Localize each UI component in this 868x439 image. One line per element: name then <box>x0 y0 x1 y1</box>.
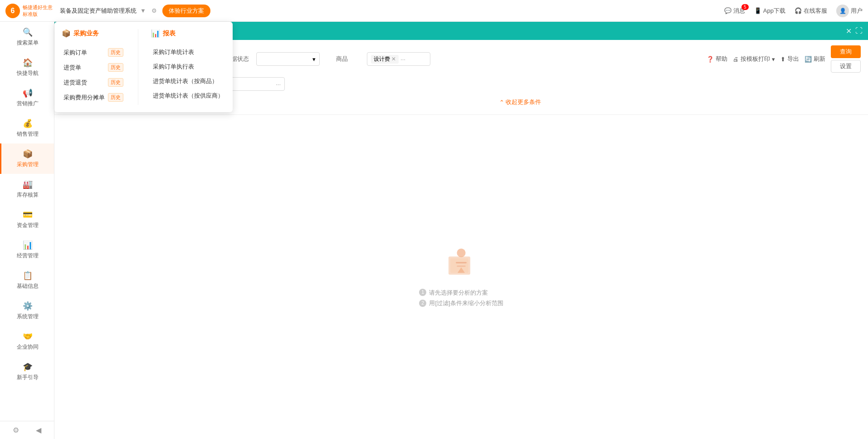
operation-icon: 📊 <box>23 240 33 250</box>
svg-point-4 <box>457 248 465 257</box>
report-section: 📊 报表 采购订单统计表 采购订单执行表 进货单统计表（按商品） 进货单统计表（… <box>151 29 225 105</box>
refresh-icon: 🔄 <box>805 56 812 63</box>
collapse-up-icon: ⌃ <box>499 99 504 106</box>
report-section-icon: 📊 <box>151 29 160 38</box>
app-download-btn[interactable]: 📱 App下载 <box>754 7 785 15</box>
help-icon: ❓ <box>707 56 714 63</box>
refresh-btn[interactable]: 🔄 刷新 <box>805 55 825 63</box>
purchase-section-icon: 📦 <box>62 29 71 38</box>
settings-button[interactable]: 设置 <box>831 60 861 73</box>
toolbar-right: ❓ 帮助 🖨 按模板打印 ▾ ⬆ 导出 🔄 <box>707 45 861 73</box>
purchase-icon: 📦 <box>23 149 33 159</box>
system-title-area: 装备及固定资产辅助管理系统 ▼ ⚙ 体验行业方案 <box>60 5 724 17</box>
sidebar-item-newbie[interactable]: 🎓 新手引导 <box>0 356 54 387</box>
sidebar-item-sales[interactable]: 💰 销售管理 <box>0 113 54 143</box>
svg-rect-6 <box>457 266 465 266</box>
doc-status-select[interactable]: ▾ <box>256 52 320 66</box>
menu-item-purchase-order-exec[interactable]: 采购订单执行表 <box>151 59 225 74</box>
print-btn[interactable]: 🖨 按模板打印 ▾ <box>733 55 775 63</box>
export-btn[interactable]: ⬆ 导出 <box>780 55 799 63</box>
goods-label: 商品 <box>336 55 361 63</box>
headset-icon: 🎧 <box>795 7 802 14</box>
message-icon: 💬 <box>724 7 731 14</box>
experience-button[interactable]: 体验行业方案 <box>162 5 210 17</box>
tab-bar-right: ✕ ⛶ <box>846 22 868 40</box>
tab-close-all-icon[interactable]: ✕ <box>846 27 852 35</box>
phone-icon: 📱 <box>754 7 761 14</box>
search-icon: 🔍 <box>23 27 33 37</box>
menu-divider <box>138 29 138 105</box>
empty-state: 1 请先选择要分析的方案 2 用[过滤]条件来缩小分析范围 <box>54 115 868 439</box>
home-icon: 🏠 <box>23 58 33 68</box>
system-icon: ⚙️ <box>23 301 33 311</box>
sidebar-item-operation[interactable]: 📊 经营管理 <box>0 235 54 265</box>
sidebar-item-quick-nav[interactable]: 🏠 快捷导航 <box>0 52 54 83</box>
empty-tip-1: 1 请先选择要分析的方案 <box>419 287 503 298</box>
system-title: 装备及固定资产辅助管理系统 <box>60 7 137 15</box>
sidebar-item-search[interactable]: 🔍 搜索菜单 <box>0 22 54 52</box>
online-service-btn[interactable]: 🎧 在线客服 <box>795 7 827 15</box>
query-button[interactable]: 查询 <box>831 45 861 58</box>
purchase-dropdown-menu: 📦 采购业务 采购订单 历史 进货单 历史 进货退货 历史 采购费用分摊单 历史… <box>54 22 233 112</box>
history-badge-3: 历史 <box>108 93 123 102</box>
menu-item-purchase-order-stat[interactable]: 采购订单统计表 <box>151 45 225 59</box>
sidebar-item-basic[interactable]: 📋 基础信息 <box>0 265 54 296</box>
sidebar-item-inventory[interactable]: 🏭 库存核算 <box>0 174 54 204</box>
tab-expand-icon[interactable]: ⛶ <box>855 27 863 35</box>
sidebar-item-purchase[interactable]: 📦 采购管理 <box>0 143 54 174</box>
help-btn[interactable]: ❓ 帮助 <box>707 55 727 63</box>
sidebar: 🔍 搜索菜单 🏠 快捷导航 📢 营销推广 💰 销售管理 📦 采购管理 🏭 库存核… <box>0 22 54 439</box>
logo-text: 畅捷通好生意 标准版 <box>23 4 53 17</box>
svg-text:6: 6 <box>11 7 15 15</box>
empty-illustration <box>443 246 479 282</box>
user-avatar: 👤 <box>836 5 849 17</box>
collapse-btn[interactable]: ⌃ 收起更多条件 <box>499 98 541 106</box>
inventory-icon: 🏭 <box>23 179 33 189</box>
history-badge-2: 历史 <box>108 78 123 87</box>
user-btn[interactable]: 👤 用户 <box>836 5 863 17</box>
sidebar-item-marketing[interactable]: 📢 营销推广 <box>0 83 54 113</box>
marketing-icon: 📢 <box>23 88 33 98</box>
message-btn[interactable]: 💬 消息 5 <box>724 7 745 15</box>
goods-tag-close[interactable]: ✕ <box>391 56 396 62</box>
menu-item-purchase-order[interactable]: 采购订单 历史 <box>62 45 125 60</box>
message-badge: 5 <box>741 4 749 10</box>
menu-item-return[interactable]: 进货退货 历史 <box>62 75 125 90</box>
sidebar-item-system[interactable]: ⚙️ 系统管理 <box>0 296 54 326</box>
svg-rect-5 <box>456 262 467 263</box>
goods-tag: 设计费 ✕ <box>371 55 399 64</box>
report-section-title: 📊 报表 <box>151 29 225 40</box>
menu-item-incoming[interactable]: 进货单 历史 <box>62 60 125 75</box>
menu-item-incoming-stat-supplier[interactable]: 进货单统计表（按供应商） <box>151 89 225 103</box>
sidebar-collapse-btn[interactable]: ◀ <box>36 426 41 434</box>
menu-item-expense[interactable]: 采购费用分摊单 历史 <box>62 90 125 105</box>
chevron-down-icon: ▾ <box>312 56 316 63</box>
sidebar-settings-btn[interactable]: ⚙ <box>13 426 19 434</box>
menu-item-incoming-stat-goods[interactable]: 进货单统计表（按商品） <box>151 74 225 89</box>
sidebar-item-enterprise[interactable]: 🤝 企业协同 <box>0 326 54 356</box>
finance-icon: 💳 <box>23 210 33 220</box>
system-title-dropdown-icon[interactable]: ▼ <box>140 7 146 14</box>
goods-select[interactable]: 设计费 ✕ ··· <box>367 52 430 66</box>
history-badge-0: 历史 <box>108 48 123 57</box>
sidebar-bottom: ⚙ ◀ <box>0 421 54 439</box>
basic-icon: 📋 <box>23 271 33 281</box>
more-dots-goods: ··· <box>400 56 405 63</box>
newbie-icon: 🎓 <box>23 362 33 372</box>
empty-tips: 1 请先选择要分析的方案 2 用[过滤]条件来缩小分析范围 <box>419 287 503 309</box>
purchase-section: 📦 采购业务 采购订单 历史 进货单 历史 进货退货 历史 采购费用分摊单 历史 <box>62 29 125 105</box>
top-right: 💬 消息 5 📱 App下载 🎧 在线客服 👤 用户 <box>724 5 863 17</box>
print-icon: 🖨 <box>733 56 739 63</box>
history-badge-1: 历史 <box>108 63 123 72</box>
export-icon: ⬆ <box>780 56 785 63</box>
empty-tip-2: 2 用[过滤]条件来缩小分析范围 <box>419 298 503 308</box>
sidebar-item-finance[interactable]: 💳 资金管理 <box>0 204 54 235</box>
logo-area: 6 畅捷通好生意 标准版 <box>5 4 60 18</box>
salesman-more-dots: ··· <box>276 81 281 88</box>
system-settings-icon[interactable]: ⚙ <box>150 5 159 16</box>
sales-icon: 💰 <box>23 118 33 128</box>
logo-icon: 6 <box>5 4 20 18</box>
enterprise-icon: 🤝 <box>23 331 33 341</box>
purchase-section-title: 📦 采购业务 <box>62 29 125 40</box>
print-dropdown-icon[interactable]: ▾ <box>772 56 775 63</box>
